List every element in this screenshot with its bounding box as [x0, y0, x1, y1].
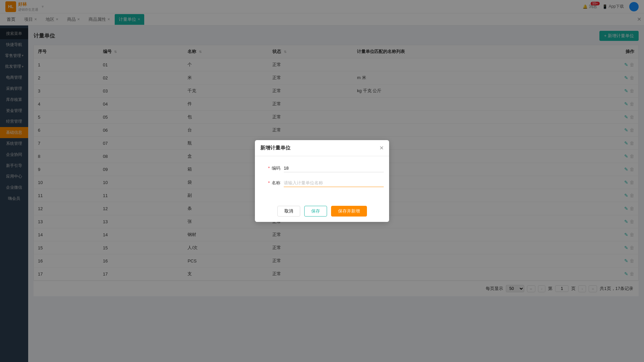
modal-header: 新增计量单位 ✕ [255, 140, 389, 156]
code-input[interactable] [284, 164, 384, 172]
save-new-btn[interactable]: 保存并新增 [331, 206, 367, 217]
modal-overlay: 新增计量单位 ✕ * 编码 * 名称 取消 保存 保存并新增 [0, 0, 644, 362]
add-unit-modal: 新增计量单位 ✕ * 编码 * 名称 取消 保存 保存并新增 [255, 140, 389, 222]
form-row-name: * 名称 [260, 179, 384, 187]
modal-body: * 编码 * 名称 [255, 156, 389, 202]
form-row-code: * 编码 [260, 164, 384, 172]
name-input[interactable] [284, 179, 384, 187]
name-label: * 名称 [260, 180, 280, 186]
modal-footer: 取消 保存 保存并新增 [255, 202, 389, 222]
code-label: * 编码 [260, 165, 280, 171]
modal-title: 新增计量单位 [260, 145, 290, 151]
cancel-btn[interactable]: 取消 [277, 206, 300, 217]
modal-close-btn[interactable]: ✕ [379, 145, 384, 151]
save-btn[interactable]: 保存 [304, 206, 327, 217]
